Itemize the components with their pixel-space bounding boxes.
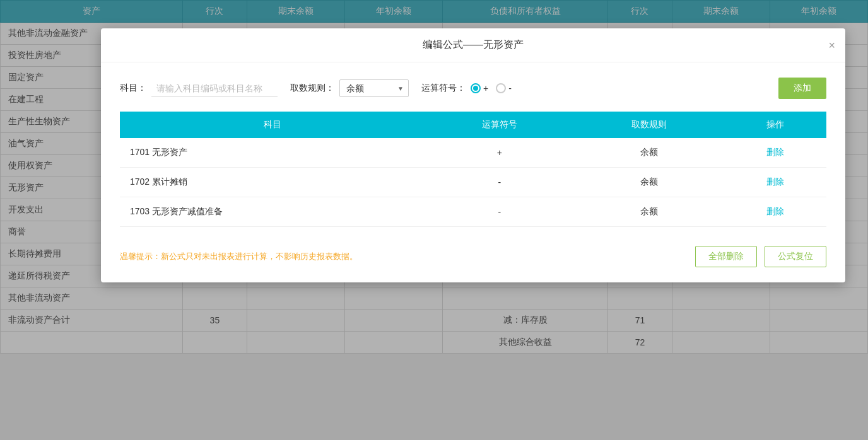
formula-rule: 余额	[575, 168, 724, 197]
modal-close-button[interactable]: ×	[828, 40, 835, 51]
modal-body: 科目： 取数规则： 余额借方贷方借方发生额贷方发生额 ▼ 运算符号： +	[101, 62, 845, 282]
delete-all-button[interactable]: 全部删除	[695, 246, 757, 267]
formula-table: 科目 运算符号 取数规则 操作 1701 无形资产+余额删除1702 累计摊销-…	[120, 112, 826, 227]
formula-rule: 余额	[575, 197, 724, 227]
radio-plus[interactable]: +	[471, 83, 488, 93]
th-subject: 科目	[120, 112, 425, 138]
formula-action: 删除	[724, 138, 826, 168]
modal-footer: 温馨提示：新公式只对未出报表进行计算，不影响历史报表数据。 全部删除 公式复位	[120, 240, 826, 267]
rule-group: 取数规则： 余额借方贷方借方发生额贷方发生额 ▼	[290, 79, 409, 97]
delete-row-button[interactable]: 删除	[766, 177, 784, 188]
formula-action: 删除	[724, 168, 826, 197]
formula-subject: 1702 累计摊销	[120, 168, 425, 197]
th-rule: 取数规则	[575, 112, 724, 138]
rule-label: 取数规则：	[290, 83, 334, 94]
formula-rule: 余额	[575, 138, 724, 168]
rule-select[interactable]: 余额借方贷方借方发生额贷方发生额	[339, 79, 409, 97]
formula-operator: -	[425, 168, 574, 197]
table-header-row: 科目 运算符号 取数规则 操作	[120, 112, 826, 138]
formula-subject: 1701 无形资产	[120, 138, 425, 168]
radio-minus-circle	[496, 83, 506, 93]
rule-select-wrapper: 余额借方贷方借方发生额贷方发生额 ▼	[339, 79, 409, 97]
reset-formula-button[interactable]: 公式复位	[765, 246, 826, 267]
th-action: 操作	[724, 112, 826, 138]
formula-subject: 1703 无形资产减值准备	[120, 197, 425, 227]
tip-text: 温馨提示：新公式只对未出报表进行计算，不影响历史报表数据。	[120, 251, 358, 262]
modal-title: 编辑公式——无形资产	[423, 38, 524, 52]
subject-group: 科目：	[120, 81, 278, 96]
formula-operator: +	[425, 138, 574, 168]
formula-row: 1703 无形资产减值准备-余额删除	[120, 197, 826, 227]
subject-input[interactable]	[151, 81, 278, 96]
form-row: 科目： 取数规则： 余额借方贷方借方发生额贷方发生额 ▼ 运算符号： +	[120, 78, 826, 99]
footer-buttons: 全部删除 公式复位	[695, 246, 826, 267]
subject-label: 科目：	[120, 83, 146, 94]
radio-plus-circle	[471, 83, 481, 93]
add-button[interactable]: 添加	[778, 78, 826, 99]
operator-label: 运算符号：	[421, 83, 466, 94]
formula-action: 删除	[724, 197, 826, 227]
modal-header: 编辑公式——无形资产 ×	[101, 28, 845, 62]
edit-formula-modal: 编辑公式——无形资产 × 科目： 取数规则： 余额借方贷方借方发生额贷方发生额 …	[101, 28, 845, 282]
th-operator: 运算符号	[425, 112, 574, 138]
formula-row: 1701 无形资产+余额删除	[120, 138, 826, 168]
radio-group: + -	[471, 83, 512, 93]
delete-row-button[interactable]: 删除	[766, 147, 784, 158]
formula-row: 1702 累计摊销-余额删除	[120, 168, 826, 197]
operator-group: 运算符号： + -	[421, 83, 512, 94]
radio-minus-label: -	[508, 83, 512, 93]
delete-row-button[interactable]: 删除	[766, 206, 784, 217]
radio-minus[interactable]: -	[496, 83, 512, 93]
formula-operator: -	[425, 197, 574, 227]
radio-plus-label: +	[483, 83, 488, 93]
